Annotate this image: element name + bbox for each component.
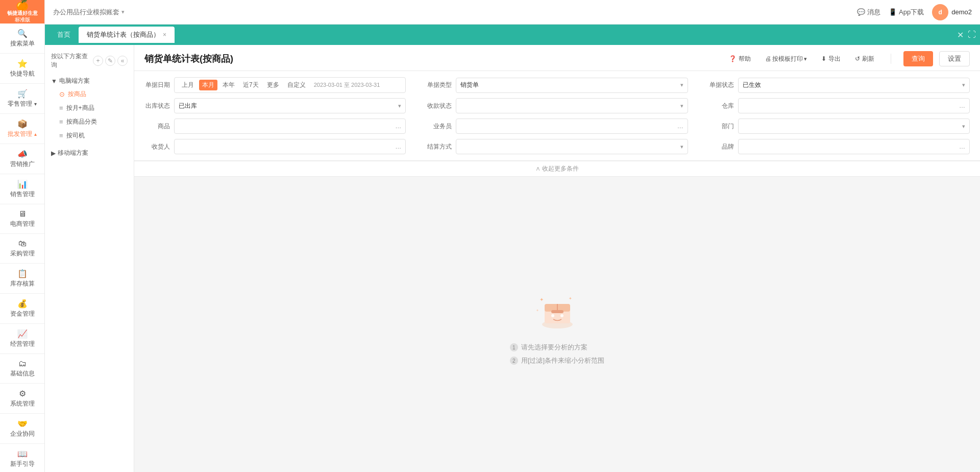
goods-more-icon[interactable]: …	[395, 123, 401, 130]
scheme-header: 按以下方案查询 + ✎ «	[45, 49, 134, 73]
scheme-collapse-button[interactable]: «	[117, 56, 128, 66]
scheme-group-pc-title[interactable]: ▼ 电脑端方案	[45, 75, 134, 87]
scheme-actions: + ✎ «	[93, 56, 128, 66]
scheme-item-by-goods[interactable]: ⊙ 按商品	[45, 87, 134, 101]
tab-expand-icon[interactable]: ⛶	[968, 30, 976, 40]
print-dropdown-icon: ▾	[804, 56, 807, 62]
refresh-button[interactable]: ↺ 刷新	[851, 53, 878, 65]
filter-row-2: 出库状态 已出库 ▾ 收款状态 ▾	[144, 98, 970, 113]
salesperson-more-icon[interactable]: …	[677, 123, 683, 130]
brand-more-icon[interactable]: …	[959, 143, 965, 150]
topbar-right: 💬 消息 📱 App下载 d demo2	[857, 4, 972, 20]
page-actions: ❓ 帮助 🖨 按模板打印 ▾ ⬇ 导出 ↺ 刷新	[725, 51, 970, 66]
system-icon: ⚙	[2, 389, 42, 398]
receipt-status-control[interactable]: ▾	[456, 98, 688, 113]
download-icon: 📱	[889, 8, 897, 16]
scheme-item-by-month-goods[interactable]: ≡ 按月+商品	[45, 101, 134, 115]
sidebar-item-base[interactable]: 🗂 基础信息	[0, 354, 44, 384]
sidebar-item-management[interactable]: 📈 经营管理	[0, 324, 44, 354]
tab-home-label: 首页	[57, 30, 70, 39]
message-button[interactable]: 💬 消息	[857, 8, 880, 17]
receiver-more-icon[interactable]: …	[395, 143, 401, 150]
collapse-bar[interactable]: ∧ 收起更多条件	[134, 161, 980, 177]
warehouse-control[interactable]: …	[738, 98, 970, 113]
by-goods-icon: ⊙	[59, 90, 65, 98]
sidebar-item-search[interactable]: 🔍 搜索菜单	[0, 23, 44, 54]
refresh-icon: ↺	[855, 55, 860, 62]
by-category-label: 按商品分类	[66, 117, 97, 126]
tip-text-1: 请先选择要分析的方案	[521, 343, 587, 352]
tip-num-1: 1	[510, 343, 518, 351]
payment-control[interactable]: ▾	[456, 139, 688, 154]
date-tab-this-year[interactable]: 本年	[219, 80, 238, 90]
tab-home[interactable]: 首页	[49, 27, 79, 43]
sidebar-item-wholesale[interactable]: 📦 批发管理 ▴	[0, 114, 44, 144]
brand-control[interactable]: …	[738, 139, 970, 154]
sidebar-item-marketing[interactable]: 📣 营销推广	[0, 144, 44, 174]
finance-label: 资金管理	[2, 310, 42, 318]
goods-control[interactable]: …	[174, 119, 406, 134]
tab-close-icon[interactable]: ×	[163, 31, 166, 38]
scheme-add-button[interactable]: +	[93, 56, 103, 66]
by-month-goods-label: 按月+商品	[66, 104, 94, 112]
workspace-name: 办公用品行业模拟账套	[53, 8, 119, 17]
out-status-control[interactable]: 已出库 ▾	[174, 98, 406, 113]
svg-point-6	[560, 314, 564, 317]
date-tab-last-month[interactable]: 上月	[179, 80, 197, 90]
sidebar-item-purchase[interactable]: 🛍 采购管理	[0, 234, 44, 264]
sidebar-item-collab[interactable]: 🤝 企业协同	[0, 414, 44, 444]
scheme-item-by-category[interactable]: ≡ 按商品分类	[45, 115, 134, 129]
salesperson-control[interactable]: …	[456, 119, 688, 134]
user-menu[interactable]: d demo2	[932, 4, 972, 20]
message-icon: 💬	[857, 8, 865, 16]
svg-text:✦: ✦	[536, 309, 539, 312]
sidebar-item-quick[interactable]: ⭐ 快捷导航	[0, 54, 44, 84]
filter-warehouse: 仓库 …	[708, 98, 970, 113]
sidebar-item-retail[interactable]: 🛒 零售管理 ▾	[0, 84, 44, 114]
sidebar-item-finance[interactable]: 💰 资金管理	[0, 294, 44, 324]
doc-type-control[interactable]: 销货单 ▾	[456, 78, 688, 93]
divider	[891, 54, 891, 64]
date-tab-more[interactable]: 更多	[264, 80, 282, 90]
warehouse-label: 仓库	[708, 102, 734, 110]
dept-control[interactable]: ▾	[738, 119, 970, 134]
tab-active[interactable]: 销货单统计表（按商品） ×	[79, 27, 175, 43]
date-control[interactable]: 上月 本月 本年 近7天 更多 自定义 2023-03-01 至 2023-03…	[174, 77, 406, 93]
help-button[interactable]: ❓ 帮助	[725, 53, 755, 65]
filter-out-status: 出库状态 已出库 ▾	[144, 98, 406, 113]
date-tab-7days[interactable]: 近7天	[240, 80, 262, 90]
svg-point-5	[551, 314, 554, 317]
base-label: 基础信息	[2, 369, 42, 378]
warehouse-more-icon[interactable]: …	[959, 102, 965, 109]
receiver-control[interactable]: …	[174, 139, 406, 154]
by-goods-label: 按商品	[68, 90, 86, 99]
date-tab-custom[interactable]: 自定义	[284, 80, 309, 90]
print-icon: 🖨	[765, 55, 771, 62]
tab-minimize-icon[interactable]: ✕	[957, 30, 964, 40]
out-status-dropdown-icon: ▾	[398, 103, 401, 109]
print-button[interactable]: 🖨 按模板打印 ▾	[761, 53, 811, 65]
export-button[interactable]: ⬇ 导出	[817, 53, 845, 65]
settings-button[interactable]: 设置	[939, 51, 970, 66]
scheme-item-by-driver[interactable]: ≡ 按司机	[45, 129, 134, 143]
sidebar-item-ecommerce[interactable]: 🖥 电商管理	[0, 204, 44, 234]
dept-label: 部门	[708, 122, 734, 131]
filter-area: 单据日期 上月 本月 本年 近7天 更多 自定义 2023-03-01 至 20…	[134, 71, 980, 161]
empty-state: ✦ ✦ ✦ 1 请先选择要分析的方案 2 用[过滤]条件来缩小分析范围	[134, 177, 980, 472]
app-download-button[interactable]: 📱 App下载	[889, 8, 924, 17]
scheme-group-mobile-title[interactable]: ▶ 移动端方案	[45, 147, 134, 159]
content: 按以下方案查询 + ✎ « ▼ 电脑端方案 ⊙ 按商品 ≡	[45, 45, 980, 472]
scheme-edit-button[interactable]: ✎	[105, 56, 115, 66]
sidebar-item-sales[interactable]: 📊 销售管理	[0, 174, 44, 204]
filter-date: 单据日期 上月 本月 本年 近7天 更多 自定义 2023-03-01 至 20…	[144, 77, 406, 93]
sidebar-item-inventory[interactable]: 📋 库存核算	[0, 264, 44, 294]
doc-status-control[interactable]: 已生效 ▾	[738, 78, 970, 93]
receipt-status-label: 收款状态	[426, 102, 452, 110]
purchase-icon: 🛍	[2, 239, 42, 248]
sidebar-item-guide[interactable]: 📖 新手引导	[0, 444, 44, 472]
sidebar-item-system[interactable]: ⚙ 系统管理	[0, 384, 44, 414]
date-tab-this-month[interactable]: 本月	[199, 80, 217, 90]
query-button[interactable]: 查询	[903, 51, 933, 66]
purchase-label: 采购管理	[2, 249, 42, 258]
date-label: 单据日期	[144, 81, 170, 89]
